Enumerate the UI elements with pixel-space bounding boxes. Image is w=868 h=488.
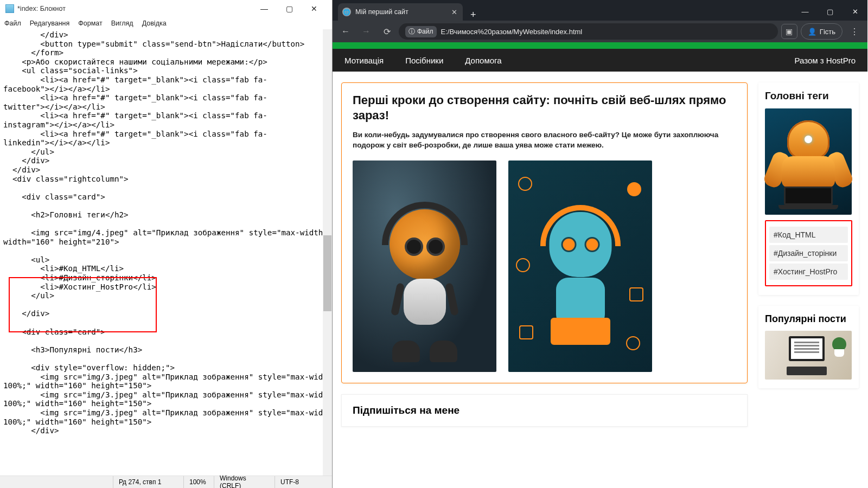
notepad-title: *index: Блокнот	[17, 5, 66, 12]
back-button[interactable]: ←	[337, 23, 354, 40]
notepad-titlebar[interactable]: *index: Блокнот — ▢ ✕	[0, 0, 332, 17]
chrome-top-chrome: 🌐 Мій перший сайт ✕ + — ▢ ✕ ← → ⟳ ⓘ Файл…	[333, 0, 867, 42]
chrome-close-button[interactable]: ✕	[843, 3, 867, 20]
tab-title: Мій перший сайт	[355, 8, 409, 16]
nav-guides[interactable]: Посібники	[405, 56, 443, 65]
tag-item[interactable]: #Хостинг_HostPro	[769, 264, 848, 280]
omnibox[interactable]: ⓘ Файл E:/Вчимося%20разом/MyWebsite/inde…	[399, 23, 778, 40]
status-line-ending: Windows (CRLF)	[214, 476, 275, 488]
article-title: Перші кроки до створення сайту: почніть …	[353, 93, 736, 123]
status-charset: UTF-8	[275, 476, 332, 488]
tag-item[interactable]: #Дизайн_сторінки	[769, 245, 848, 261]
nav-help[interactable]: Допомога	[465, 56, 501, 65]
tags-image-ironman	[765, 108, 852, 215]
menu-edit[interactable]: Редагування	[27, 18, 73, 28]
menu-format[interactable]: Формат	[75, 18, 105, 28]
notepad-editor[interactable]: </div> <button type="submit" class="send…	[0, 29, 332, 476]
notepad-menu-bar: Файл Редагування Формат Вигляд Довідка	[0, 17, 332, 29]
forward-button[interactable]: →	[358, 23, 375, 40]
chrome-minimize-button[interactable]: —	[793, 3, 818, 20]
maximize-button[interactable]: ▢	[277, 1, 302, 17]
site-nav: Мотивація Посібники Допомога Разом з Hos…	[333, 49, 867, 72]
tags-card: Головні теги #Код_HTML #Дизайн_сторінки …	[758, 82, 859, 295]
status-zoom: 100%	[183, 476, 214, 488]
browser-tab-active[interactable]: 🌐 Мій перший сайт ✕	[338, 3, 463, 21]
menu-view[interactable]: Вигляд	[108, 18, 137, 28]
tab-strip: 🌐 Мій перший сайт ✕ + — ▢ ✕	[333, 0, 867, 21]
main-column: Перші кроки до створення сайту: почніть …	[341, 82, 748, 427]
url-file-badge: ⓘ Файл	[405, 26, 437, 37]
url-text: E:/Вчимося%20разом/MyWebsite/index.html	[441, 28, 583, 36]
tab-close-icon[interactable]: ✕	[451, 8, 457, 16]
person-icon: 👤	[808, 28, 816, 36]
nav-motivation[interactable]: Мотивація	[344, 56, 384, 65]
nav-hostpro[interactable]: Разом з HostPro	[795, 56, 856, 65]
menu-help[interactable]: Довідка	[139, 18, 170, 28]
chrome-menu-button[interactable]: ⋮	[846, 23, 863, 40]
site-accent-bar	[333, 42, 867, 49]
close-button[interactable]: ✕	[302, 1, 327, 17]
install-icon[interactable]: ▣	[781, 24, 797, 39]
minimize-button[interactable]: —	[252, 1, 277, 17]
tag-list-highlight: #Код_HTML #Дизайн_сторінки #Хостинг_Host…	[765, 220, 852, 286]
notepad-vertical-scrollbar[interactable]	[323, 29, 332, 476]
popular-posts-card: Популярні пости	[758, 306, 859, 388]
reload-button[interactable]: ⟳	[378, 23, 395, 40]
subscribe-title: Підпишіться на мене	[353, 404, 736, 416]
article-image-robot	[353, 160, 496, 372]
notepad-status-bar: Рд 274, ствп 1 100% Windows (CRLF) UTF-8	[0, 476, 332, 488]
menu-file[interactable]: Файл	[1, 18, 24, 28]
globe-icon: 🌐	[342, 8, 351, 16]
article-image-alien	[508, 160, 652, 372]
notepad-scroll-thumb[interactable]	[323, 235, 331, 311]
new-tab-button[interactable]: +	[463, 9, 484, 21]
tag-item[interactable]: #Код_HTML	[769, 227, 848, 243]
chrome-toolbar: ← → ⟳ ⓘ Файл E:/Вчимося%20разом/MyWebsit…	[333, 21, 867, 42]
sidebar-column: Головні теги #Код_HTML #Дизайн_сторінки …	[758, 82, 859, 427]
chrome-window: 🌐 Мій перший сайт ✕ + — ▢ ✕ ← → ⟳ ⓘ Файл…	[333, 0, 867, 488]
guest-profile-button[interactable]: 👤 Гість	[801, 23, 843, 40]
popular-posts-title: Популярні пости	[765, 313, 852, 325]
article-card: Перші кроки до створення сайту: почніть …	[341, 82, 748, 383]
article-lead: Ви коли-небудь задумувалися про створенн…	[353, 130, 736, 151]
status-cursor-pos: Рд 274, ствп 1	[113, 476, 183, 488]
page-viewport[interactable]: Мотивація Посібники Допомога Разом з Hos…	[333, 42, 867, 488]
chrome-maximize-button[interactable]: ▢	[818, 3, 843, 20]
subscribe-card: Підпишіться на мене	[341, 394, 748, 427]
guest-label: Гість	[820, 28, 835, 36]
article-image-row	[353, 160, 736, 372]
notepad-app-icon	[5, 4, 14, 13]
popular-post-image	[765, 331, 852, 380]
page-content: Перші кроки до створення сайту: почніть …	[333, 72, 867, 427]
notepad-window: *index: Блокнот — ▢ ✕ Файл Редагування Ф…	[0, 0, 333, 488]
tags-title: Головні теги	[765, 90, 852, 102]
notepad-code-text[interactable]: </div> <button type="submit" class="send…	[3, 30, 329, 435]
